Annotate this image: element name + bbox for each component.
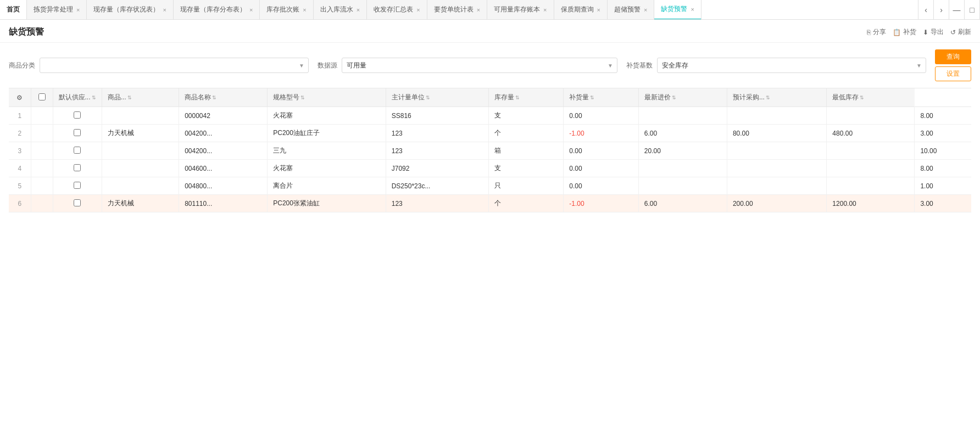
row-min-stock-5: 1.00 <box>915 177 971 195</box>
row-supplier-5 <box>102 177 179 195</box>
row-code-2: 004200... <box>179 125 268 142</box>
share-button[interactable]: ⎘ 分享 <box>867 27 886 37</box>
row-min-stock-2: 3.00 <box>915 125 971 142</box>
row-est-purchase-4 <box>827 160 915 177</box>
tab-close-11[interactable]: × <box>691 6 694 13</box>
tab-next-btn[interactable]: › <box>934 0 949 20</box>
row-latest-price-3 <box>727 142 826 160</box>
tab-label-5: 出入库流水 <box>320 5 353 14</box>
row-est-purchase-1 <box>827 107 915 125</box>
refresh-button[interactable]: ↺ 刷新 <box>950 27 971 37</box>
tab-item-11[interactable]: 缺货预警× <box>654 0 701 20</box>
sort-replenish-icon: ⇅ <box>590 95 594 100</box>
tab-close-6[interactable]: × <box>416 7 420 13</box>
row-settings-4 <box>31 160 53 177</box>
tab-close-4[interactable]: × <box>303 7 306 13</box>
tab-item-7[interactable]: 要货单统计表× <box>427 0 487 20</box>
tab-item-3[interactable]: 现存量（库存分布表）× <box>174 0 260 20</box>
header-actions: ⎘ 分享 📋 补货 ⬇ 导出 ↺ 刷新 <box>867 27 971 37</box>
row-checkbox-3[interactable] <box>74 147 81 154</box>
row-supplier-3 <box>102 142 179 160</box>
sort-est-icon: ⇅ <box>766 95 770 100</box>
replenish-filter: 补货基数 安全库存 ▼ <box>626 58 926 73</box>
tab-label-1: 拣货异常处理 <box>34 5 73 14</box>
row-checkbox-4[interactable] <box>74 164 81 171</box>
tab-maximize-btn[interactable]: □ <box>965 0 980 20</box>
page-header: 缺货预警 ⎘ 分享 📋 补货 ⬇ 导出 ↺ 刷新 <box>0 20 980 43</box>
row-name-3: 三九 <box>268 142 386 160</box>
row-settings-3 <box>31 142 53 160</box>
row-index-1: 1 <box>9 107 31 125</box>
row-unit-1: 支 <box>488 107 564 125</box>
main-content: 缺货预警 ⎘ 分享 📋 补货 ⬇ 导出 ↺ 刷新 商品分类 <box>0 20 980 437</box>
th-spec: 规格型号⇅ <box>268 88 386 107</box>
tab-label-9: 保质期查询 <box>561 5 594 14</box>
row-check-3 <box>53 142 102 160</box>
datasource-select[interactable]: 可用量 <box>342 58 617 73</box>
row-min-stock-3: 10.00 <box>915 142 971 160</box>
tab-item-5[interactable]: 出入库流水× <box>314 0 367 20</box>
tab-label-0: 首页 <box>7 5 20 14</box>
row-min-stock-4: 8.00 <box>915 160 971 177</box>
tab-close-8[interactable]: × <box>543 7 547 13</box>
table-wrap: ⚙ 默认供应...⇅ 商品...⇅ 商品名称⇅ 规格型号⇅ <box>0 88 980 212</box>
settings-col-icon[interactable]: ⚙ <box>16 94 23 102</box>
tab-item-2[interactable]: 现存量（库存状况表）× <box>87 0 173 20</box>
tab-item-0[interactable]: 首页 <box>0 0 27 20</box>
tab-item-6[interactable]: 收发存汇总表× <box>367 0 427 20</box>
row-index-3: 3 <box>9 142 31 160</box>
data-table: ⚙ 默认供应...⇅ 商品...⇅ 商品名称⇅ 规格型号⇅ <box>9 88 971 212</box>
th-replenish: 补货量⇅ <box>564 88 639 107</box>
row-check-1 <box>53 107 102 125</box>
replenish-button[interactable]: 📋 补货 <box>893 27 916 37</box>
row-spec-1: SS816 <box>386 107 488 125</box>
th-stock: 库存量⇅ <box>488 88 564 107</box>
tab-close-9[interactable]: × <box>597 7 600 13</box>
datasource-select-wrap: 可用量 ▼ <box>342 58 617 73</box>
select-all-checkbox[interactable] <box>38 93 46 100</box>
row-latest-price-5 <box>727 177 826 195</box>
tab-close-5[interactable]: × <box>357 7 360 13</box>
row-replenish-4 <box>638 160 727 177</box>
category-select[interactable] <box>40 58 309 73</box>
tab-item-9[interactable]: 保质期查询× <box>554 0 608 20</box>
row-code-3: 004200... <box>179 142 268 160</box>
row-checkbox-1[interactable] <box>74 111 81 119</box>
settings-button[interactable]: 设置 <box>935 66 971 81</box>
tab-close-10[interactable]: × <box>644 7 647 13</box>
sort-price-icon: ⇅ <box>672 95 676 100</box>
th-min-stock: 最低库存⇅ <box>827 88 915 107</box>
row-stock-4: 0.00 <box>564 160 639 177</box>
tab-close-7[interactable]: × <box>477 7 480 13</box>
tab-close-2[interactable]: × <box>163 7 166 13</box>
tab-item-1[interactable]: 拣货异常处理× <box>27 0 87 20</box>
row-latest-price-2: 80.00 <box>727 125 826 142</box>
row-spec-4: J7092 <box>386 160 488 177</box>
tab-label-8: 可用量库存账本 <box>494 5 540 14</box>
row-checkbox-5[interactable] <box>74 182 81 189</box>
query-button[interactable]: 查询 <box>935 49 971 64</box>
replenish-icon: 📋 <box>893 29 901 36</box>
tab-item-4[interactable]: 库存批次账× <box>260 0 313 20</box>
export-button[interactable]: ⬇ 导出 <box>923 27 944 37</box>
row-spec-3: 123 <box>386 142 488 160</box>
replenish-select[interactable]: 安全库存 <box>657 58 926 73</box>
tab-close-1[interactable]: × <box>76 7 80 13</box>
row-replenish-3: 20.00 <box>638 142 727 160</box>
row-checkbox-2[interactable] <box>74 129 81 136</box>
th-est-purchase: 预计采购...⇅ <box>727 88 826 107</box>
tab-item-10[interactable]: 超储预警× <box>608 0 654 20</box>
row-settings-5 <box>31 177 53 195</box>
row-est-purchase-6: 1200.00 <box>827 195 915 212</box>
tab-label-6: 收发存汇总表 <box>374 5 413 14</box>
row-checkbox-6[interactable] <box>74 199 81 206</box>
row-name-5: 离合片 <box>268 177 386 195</box>
tab-item-8[interactable]: 可用量库存账本× <box>487 0 554 20</box>
tab-prev-btn[interactable]: ‹ <box>918 0 934 20</box>
tab-close-3[interactable]: × <box>249 7 253 13</box>
sort-name-icon: ⇅ <box>212 95 216 100</box>
sort-min-icon: ⇅ <box>860 95 864 100</box>
sort-stock-icon: ⇅ <box>515 95 520 100</box>
tab-minimize-btn[interactable]: — <box>949 0 965 20</box>
th-name: 商品名称⇅ <box>179 88 268 107</box>
